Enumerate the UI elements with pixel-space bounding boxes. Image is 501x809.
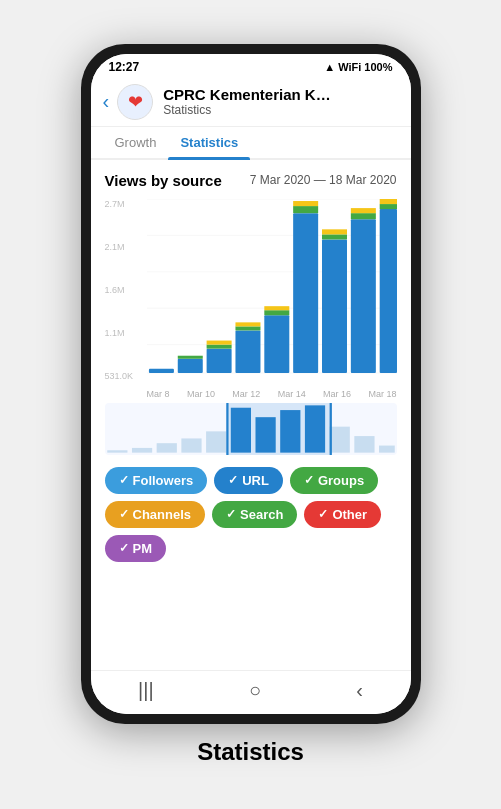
- svg-rect-34: [206, 431, 226, 452]
- svg-rect-14: [235, 322, 260, 326]
- svg-rect-41: [379, 445, 395, 452]
- x-label-mar10: Mar 10: [187, 389, 215, 399]
- status-bar: 12:27 ▲ WiFi 100%: [91, 54, 411, 78]
- mini-chart[interactable]: [105, 403, 397, 455]
- svg-rect-27: [379, 209, 396, 373]
- check-icon: ✓: [119, 473, 129, 487]
- svg-rect-43: [226, 403, 228, 455]
- svg-rect-6: [148, 368, 173, 372]
- x-label-mar12: Mar 12: [232, 389, 260, 399]
- svg-rect-11: [206, 340, 231, 344]
- svg-rect-31: [131, 447, 151, 452]
- battery-label: 100%: [364, 61, 392, 73]
- svg-rect-29: [379, 199, 396, 204]
- chip-pm[interactable]: ✓ PM: [105, 535, 167, 562]
- y-label-1: 2.7M: [105, 199, 147, 209]
- x-label-mar18: Mar 18: [368, 389, 396, 399]
- svg-rect-44: [329, 403, 331, 455]
- chip-url[interactable]: ✓ URL: [214, 467, 283, 494]
- status-icons: ▲ WiFi 100%: [324, 61, 392, 73]
- svg-rect-15: [264, 315, 289, 373]
- back-button[interactable]: ‹: [103, 90, 110, 113]
- svg-rect-22: [322, 234, 347, 239]
- y-label-4: 1.1M: [105, 328, 147, 338]
- check-icon: ✓: [304, 473, 314, 487]
- check-icon: ✓: [119, 507, 129, 521]
- nav-recent-button[interactable]: ‹: [356, 679, 363, 702]
- svg-rect-12: [235, 330, 260, 372]
- svg-rect-18: [293, 213, 318, 373]
- y-label-5: 531.0K: [105, 371, 147, 381]
- header: ‹ ❤ CPRC Kementerian Ke... Statistics: [91, 78, 411, 127]
- svg-rect-42: [226, 403, 332, 455]
- phone-screen: 12:27 ▲ WiFi 100% ‹ ❤ CPRC Kementerian K…: [91, 54, 411, 714]
- chip-channels[interactable]: ✓ Channels: [105, 501, 206, 528]
- main-content: Views by source 7 Mar 2020 — 18 Mar 2020…: [91, 160, 411, 670]
- channel-subtitle: Statistics: [163, 103, 398, 117]
- svg-rect-39: [329, 426, 349, 452]
- svg-rect-32: [156, 443, 176, 452]
- svg-rect-20: [293, 201, 318, 206]
- date-range: 7 Mar 2020 — 18 Mar 2020: [250, 173, 397, 187]
- avatar-icon: ❤: [128, 91, 143, 113]
- section-title: Views by source: [105, 172, 222, 189]
- chip-other[interactable]: ✓ Other: [304, 501, 381, 528]
- svg-rect-26: [350, 208, 375, 213]
- svg-rect-40: [354, 436, 374, 453]
- svg-rect-33: [181, 438, 201, 452]
- chip-groups[interactable]: ✓ Groups: [290, 467, 378, 494]
- bottom-nav: ||| ○ ‹: [91, 670, 411, 714]
- chip-followers[interactable]: ✓ Followers: [105, 467, 208, 494]
- svg-rect-16: [264, 310, 289, 315]
- svg-rect-28: [379, 204, 396, 209]
- check-icon: ✓: [318, 507, 328, 521]
- section-header: Views by source 7 Mar 2020 — 18 Mar 2020: [105, 172, 397, 189]
- svg-rect-21: [322, 239, 347, 372]
- nav-home-button[interactable]: ○: [249, 679, 261, 702]
- check-icon: ✓: [226, 507, 236, 521]
- mini-chart-svg: [105, 403, 397, 455]
- svg-rect-30: [107, 450, 127, 452]
- svg-rect-9: [206, 348, 231, 372]
- x-axis: Mar 8 Mar 10 Mar 12 Mar 14 Mar 16 Mar 18: [147, 389, 397, 399]
- phone-frame: 12:27 ▲ WiFi 100% ‹ ❤ CPRC Kementerian K…: [81, 44, 421, 724]
- chip-search[interactable]: ✓ Search: [212, 501, 297, 528]
- svg-rect-13: [235, 326, 260, 330]
- header-text: CPRC Kementerian Ke... Statistics: [163, 86, 398, 117]
- svg-rect-10: [206, 344, 231, 348]
- x-label-mar14: Mar 14: [278, 389, 306, 399]
- bar-chart: 2.7M 2.1M 1.6M 1.1M 531.0K: [105, 199, 397, 399]
- svg-rect-23: [322, 229, 347, 234]
- page-label: Statistics: [197, 738, 304, 766]
- nav-back-button[interactable]: |||: [138, 679, 154, 702]
- signal-icon: ▲: [324, 61, 335, 73]
- x-label-mar16: Mar 16: [323, 389, 351, 399]
- svg-rect-17: [264, 306, 289, 310]
- chart-svg: [147, 199, 397, 381]
- svg-rect-8: [177, 355, 202, 358]
- avatar: ❤: [117, 84, 153, 120]
- y-label-2: 2.1M: [105, 242, 147, 252]
- x-label-mar8: Mar 8: [147, 389, 170, 399]
- tab-bar: Growth Statistics: [91, 127, 411, 160]
- svg-rect-24: [350, 219, 375, 373]
- channel-title: CPRC Kementerian Ke...: [163, 86, 333, 103]
- check-icon: ✓: [119, 541, 129, 555]
- y-label-3: 1.6M: [105, 285, 147, 295]
- wifi-icon: WiFi: [338, 61, 361, 73]
- filter-chips: ✓ Followers ✓ URL ✓ Groups ✓ Channels ✓: [105, 467, 397, 562]
- check-icon: ✓: [228, 473, 238, 487]
- svg-rect-19: [293, 206, 318, 213]
- tab-growth[interactable]: Growth: [103, 127, 169, 158]
- tab-statistics[interactable]: Statistics: [168, 127, 250, 158]
- svg-rect-25: [350, 213, 375, 219]
- status-time: 12:27: [109, 60, 140, 74]
- svg-rect-7: [177, 358, 202, 372]
